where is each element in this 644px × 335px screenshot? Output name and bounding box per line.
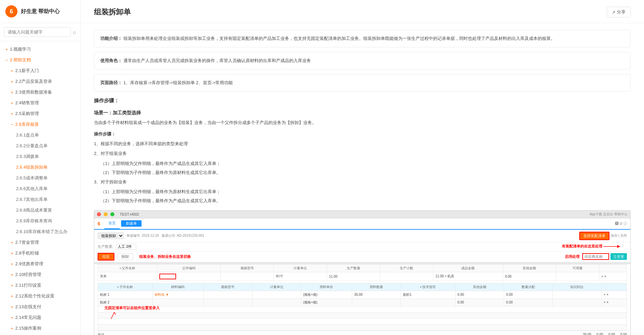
mock-child-tech-2	[401, 298, 455, 306]
sidebar-item-cases[interactable]: + 2.15操作案例	[0, 323, 80, 334]
mock-disassembly-btn[interactable]: 拆卸	[117, 253, 133, 260]
mock-parent-col-decimal: 生产小数	[380, 264, 433, 272]
sidebar-item-print[interactable]: + 2.11打印设置	[0, 280, 80, 291]
minus-icon: −	[11, 122, 13, 127]
sidebar-item-purchase[interactable]: + 2.5采购管理	[0, 108, 80, 119]
plus-icon: +	[11, 251, 13, 256]
content-area: 组装拆卸单 ↗ 分享 功能介绍： 组装拆卸单用来处理企业组装或拆卸等加工业务，支…	[80, 0, 644, 335]
mock-doctype-select[interactable]: 组装拆卸	[98, 232, 124, 239]
sidebar-item-video-label: 1.视频学习	[10, 46, 31, 52]
plus-icon: +	[11, 294, 13, 299]
mock-parent-spec	[220, 272, 274, 281]
annotation1-text: 有装配清单的在这里处理	[562, 243, 624, 250]
mock-confirm-btn[interactable]: 立变更	[610, 253, 627, 260]
sidebar-item-docs[interactable]: − 2.帮助文档	[0, 55, 80, 65]
mock-assembly-list-btn[interactable]: 选择装配清单	[579, 232, 609, 240]
plus-icon: +	[11, 315, 13, 320]
mock-child-spec-2	[204, 298, 252, 306]
sidebar-item-cost-adjust-label: 2.6.5成本调整单	[16, 175, 48, 181]
sidebar-item-faq-label: 2.14常见问题	[15, 315, 41, 321]
mock-parent-amount: 11.00 + 机具	[433, 272, 503, 281]
sidebar-item-goods-cost[interactable]: 2.6.8商品成本重算	[0, 205, 80, 216]
sidebar-item-ops[interactable]: + 2.10经营管理	[0, 269, 80, 280]
sidebar-item-new-user[interactable]: + 2.1新手入门	[0, 65, 80, 76]
mock-app-icons: 🆊 ☰ ⓘ	[615, 221, 627, 226]
mock-parent-qty-val: 11.00	[327, 272, 380, 281]
sidebar-item-inventory-error[interactable]: 2.6.10库存账本错了怎么办	[0, 226, 80, 237]
app-title: 好生意 帮助中心	[21, 8, 60, 15]
annotation3-text: 启用处理	[565, 254, 580, 259]
sidebar-item-cost-adjust[interactable]: 2.6.5成本调整单	[0, 173, 80, 183]
path-block: 页面路径： 1、库存核算->库存管理->组装拆卸单 2、首页->常用功能	[94, 74, 631, 92]
table-row: 机材 2 (规格+规) 0.00 0.00 + ×	[98, 298, 627, 306]
mock-parent-name: 关米	[98, 272, 157, 281]
mock-qty-input[interactable]	[116, 244, 136, 250]
function-intro-block: 功能介绍： 组装拆卸单用来处理企业组装或拆卸等加工业务，支持有固定装配清单的产品…	[94, 30, 631, 47]
plus-icon: +	[5, 47, 8, 52]
mock-child-col-qty: 用料数量	[352, 283, 400, 291]
sidebar-item-system[interactable]: + 2.12系统个性化设置	[0, 291, 80, 301]
mock-nav-icons: App下载 总后台 帮助中心	[590, 212, 628, 217]
sidebar-item-inventory-check[interactable]: 2.6.9库存账本查询	[0, 216, 80, 226]
mock-child-col-other: 其他金额	[455, 283, 504, 291]
table-row	[98, 324, 627, 330]
minus-icon: −	[5, 58, 8, 63]
sidebar-item-coupon[interactable]: + 2.9优惠券管理	[0, 259, 80, 269]
path-label: 页面路径：	[100, 80, 122, 85]
mock-child-qty-2	[352, 298, 400, 306]
sidebar-item-inventory-count[interactable]: 2.6.1盘点单	[0, 130, 80, 141]
mock-child-spec-1	[204, 291, 252, 298]
sidebar-item-purchase-label: 2.5采购管理	[15, 111, 39, 117]
mock-child-col-pos: 知识到位	[553, 283, 601, 291]
plus-icon: +	[11, 283, 13, 288]
mock-child-col-price: 用料单价	[301, 283, 352, 291]
mock-supplier-input[interactable]	[582, 253, 609, 260]
mock-child-name-1: 机材 1	[98, 291, 153, 298]
search-button[interactable]: ⌕	[73, 29, 76, 35]
step-2: 2、对于组装业务	[94, 150, 631, 157]
sidebar-item-inventory-check-label: 2.6.9库存账本查询	[16, 218, 52, 224]
annotation4-arrow	[104, 311, 118, 321]
mock-assembly-btn[interactable]: 组装	[98, 253, 114, 261]
plus-icon: +	[11, 304, 13, 310]
sidebar-item-assembly[interactable]: 2.6.4组装拆卸单	[0, 162, 80, 173]
sidebar-item-assembly-label: 2.6.4组装拆卸单	[16, 164, 48, 170]
sidebar-item-online-pay[interactable]: + 2.13在线支付	[0, 301, 80, 312]
mock-tab-home[interactable]: 首页	[104, 218, 120, 229]
sidebar-item-faq[interactable]: + 2.14常见问题	[0, 312, 80, 323]
table-row: 关米 件/个 11.00 11.00 + 机具 0.00 + ×	[98, 272, 627, 281]
mock-parent-col-qty: 生产数量	[327, 264, 380, 272]
sidebar-item-other-out[interactable]: 2.6.7其他出库单	[0, 194, 80, 205]
mock-parent-col-avail: 可用量	[556, 264, 599, 272]
sidebar-item-other-in[interactable]: 2.6.6其他入库单	[0, 183, 80, 194]
mock-code-input[interactable]	[159, 274, 176, 279]
sidebar-item-mobile[interactable]: + 2.8手机旺铺	[0, 248, 80, 259]
app-logo-icon: 6	[5, 5, 17, 17]
mock-parent-col-other: 其他金额	[503, 264, 556, 272]
mock-parent-code	[157, 272, 220, 281]
table-row	[98, 318, 627, 324]
sidebar-item-inventory-adjust[interactable]: 2.6.3调拨单	[0, 151, 80, 162]
mock-tab-new[interactable]: 新建单	[121, 220, 142, 227]
sidebar-item-coupon-label: 2.9优惠券管理	[15, 261, 43, 267]
mock-child-pos-1	[553, 291, 601, 298]
svg-line-1	[111, 312, 114, 319]
mock-parent-col-unit: 计量单位	[274, 264, 327, 272]
sidebar-item-video[interactable]: + 1.视频学习	[0, 44, 80, 55]
mock-footer-total2: 0.00	[597, 333, 603, 335]
mock-child-other-1: 0.00	[455, 291, 504, 298]
sidebar-item-inventory[interactable]: − 2.6库存核算	[0, 119, 80, 130]
sidebar-item-sales[interactable]: + 2.4销售管理	[0, 98, 80, 108]
sidebar-item-install[interactable]: + 2.2产品安装及登录	[0, 76, 80, 87]
annotation2-text: 组装业务、拆卸业务在这里切换	[139, 254, 191, 259]
share-button[interactable]: ↗ 分享	[607, 7, 631, 17]
plus-icon: +	[11, 101, 13, 106]
sidebar-item-data-prep[interactable]: + 2.3使用前数据准备	[0, 87, 80, 98]
plus-icon: +	[11, 68, 13, 73]
sidebar-item-inventory-split[interactable]: 2.6.2分量盘点单	[0, 141, 80, 151]
plus-icon: +	[11, 79, 13, 84]
plus-icon: +	[11, 262, 13, 267]
search-input[interactable]	[4, 27, 71, 37]
step-3: 3、对于拆卸业务	[94, 178, 631, 186]
sidebar-item-capital[interactable]: + 2.7资金管理	[0, 237, 80, 248]
